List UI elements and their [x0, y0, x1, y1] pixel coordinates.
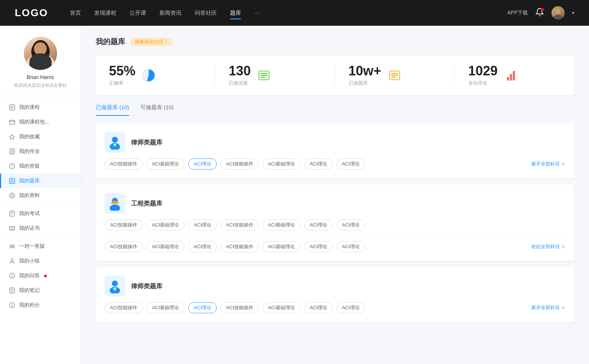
stat-rank-icon: [504, 68, 518, 83]
svg-rect-61: [111, 202, 119, 204]
stat-done-questions-value: 130: [229, 64, 251, 78]
stat-accuracy-icon: [141, 68, 156, 83]
bar-chart: [507, 70, 515, 81]
nav-more[interactable]: ···: [254, 8, 259, 18]
app-download[interactable]: APP下载: [507, 10, 528, 16]
nav-qa[interactable]: 问答社区: [195, 8, 217, 18]
pie-chart: [142, 69, 155, 82]
bank-tag-2-10[interactable]: ACI理论: [188, 241, 217, 252]
bank-tag-1-1[interactable]: ACI技能操作: [105, 158, 143, 169]
nav-bank[interactable]: 题库: [230, 8, 241, 18]
bank-card-2-divider: [105, 236, 565, 236]
trial-badge: 体验剩余23天！: [130, 38, 173, 46]
notification-bell[interactable]: [535, 8, 544, 18]
sidebar-item-exam-label: 我的考试: [19, 210, 40, 217]
bank-tag-1-4[interactable]: ACI技能操作: [221, 158, 259, 169]
nav-discover[interactable]: 发现课程: [94, 8, 116, 18]
bank-tag-2-5[interactable]: ACI基础理论: [262, 220, 301, 231]
tab-available[interactable]: 可做题库 (10): [140, 104, 174, 115]
bank-card-3-expand[interactable]: 展开全部科目 ∨: [531, 304, 565, 311]
bank-tag-3-4[interactable]: ACI技能操作: [221, 302, 259, 313]
bank-card-2-title: 工程类题库: [131, 199, 162, 208]
bank-tag-1-2[interactable]: ACI基础理论: [147, 158, 185, 169]
stat-rank-label: 全站排名: [468, 80, 498, 86]
bank-tag-2-1[interactable]: ACI技能操作: [105, 220, 143, 231]
bank-tag-1-3[interactable]: ACI理论: [188, 158, 217, 169]
sidebar-item-notes[interactable]: 我的笔记: [0, 283, 81, 298]
stat-rank: 1029 全站排名: [455, 64, 574, 86]
bank-card-3-tags: ACI技能操作 ACI基础理论 ACI理论 ACI技能操作 ACI基础理论 AC…: [105, 302, 565, 313]
bank-tag-3-5[interactable]: ACI基础理论: [262, 302, 301, 313]
sidebar-item-cert[interactable]: 我的证书: [0, 221, 81, 236]
sidebar-item-homework[interactable]: 我的作业: [0, 144, 81, 159]
avatar[interactable]: [551, 6, 565, 19]
bank-tag-2-9[interactable]: ACI基础理论: [147, 241, 185, 252]
stat-accuracy-value: 55%: [109, 64, 135, 78]
sidebar-item-favorites[interactable]: 我的收藏: [0, 129, 81, 144]
svg-point-11: [40, 53, 41, 54]
svg-point-5: [31, 46, 36, 57]
avatar-image: [551, 6, 565, 19]
avatar-placeholder: [24, 37, 57, 70]
bank-tag-2-8[interactable]: ACI技能操作: [105, 241, 143, 252]
svg-text:Q: Q: [11, 274, 13, 278]
points-icon: $: [9, 302, 15, 308]
bank-tag-3-1[interactable]: ACI技能操作: [105, 302, 143, 313]
bank-tag-3-2[interactable]: ACI基础理论: [147, 302, 185, 313]
bank-tag-3-3[interactable]: ACI理论: [188, 302, 217, 313]
sidebar-item-exam[interactable]: 我的考试: [0, 206, 81, 221]
sidebar-item-points[interactable]: $ 我的积分: [0, 298, 81, 313]
bank-tag-3-6[interactable]: ACI理论: [304, 302, 333, 313]
svg-point-37: [10, 245, 12, 247]
qa-icon: Q: [9, 272, 15, 279]
user-menu-chevron[interactable]: ▾: [572, 10, 574, 15]
bank-tag-3-7[interactable]: ACI理论: [336, 302, 365, 313]
sidebar-item-course[interactable]: 我的课程: [0, 100, 81, 115]
sidebar-item-group-label: 我的小组: [19, 258, 40, 264]
svg-rect-8: [38, 57, 43, 62]
oneone-icon: [9, 243, 15, 250]
tab-done[interactable]: 已做题库 (10): [96, 104, 129, 115]
bank-tag-1-5[interactable]: ACI基础理论: [262, 158, 301, 169]
bank-tag-2-12[interactable]: ACI基础理论: [262, 241, 301, 252]
bank-tag-1-6[interactable]: ACI理论: [304, 158, 333, 169]
sidebar-item-group[interactable]: 我的小组: [0, 254, 81, 268]
bank-tag-2-14[interactable]: ACI理论: [336, 241, 365, 252]
notification-dot: [541, 8, 544, 11]
bank-tag-2-7[interactable]: ACI理论: [336, 220, 365, 231]
sidebar-item-questions-label: 我的答疑: [19, 163, 40, 169]
svg-text:$: $: [11, 304, 13, 307]
note-icon: [9, 287, 15, 294]
stat-done-questions: 130 已做试题: [215, 64, 335, 86]
bank-card-1: 律师类题库 ACI技能操作 ACI基础理论 ACI理论 ACI技能操作 ACI基…: [96, 123, 574, 178]
bank-card-3-title: 律师类题库: [131, 282, 162, 290]
sidebar-item-oneone[interactable]: 一对一答疑: [0, 239, 81, 254]
sidebar-item-course-label: 我的课程: [19, 104, 40, 111]
bank-card-2-expand[interactable]: 收起全部科目 ∧: [531, 243, 565, 250]
bank-tag-2-11[interactable]: ACI技能操作: [221, 241, 259, 252]
nav-home[interactable]: 首页: [70, 8, 81, 18]
svg-point-64: [113, 287, 117, 291]
bank-tag-2-13[interactable]: ACI理论: [304, 241, 333, 252]
svg-marker-20: [10, 134, 15, 139]
nav-news[interactable]: 新闻资讯: [159, 8, 181, 18]
bank-card-3-icon: [105, 276, 125, 296]
nav-open-course[interactable]: 公开课: [130, 8, 146, 18]
sidebar-item-qa[interactable]: Q 我的问答: [0, 268, 81, 283]
star-icon: [9, 133, 15, 140]
bank-tag-1-7[interactable]: ACI理论: [336, 158, 365, 169]
bank-card-1-expand[interactable]: 展开全部科目 ∨: [531, 161, 565, 167]
svg-point-9: [37, 50, 39, 51]
cert-icon: [9, 225, 15, 232]
bank-tag-2-4[interactable]: ACI技能操作: [221, 220, 259, 231]
sidebar-item-bank[interactable]: 我的题库: [0, 174, 81, 188]
sidebar-item-package[interactable]: 我的课程包...: [0, 115, 81, 129]
profile-avatar: [24, 37, 57, 70]
bank-tag-2-6[interactable]: ACI理论: [304, 220, 333, 231]
bank-tag-2-2[interactable]: ACI基础理论: [147, 220, 185, 231]
svg-point-4: [34, 43, 47, 58]
sidebar-item-questions[interactable]: ? 我的答疑: [0, 159, 81, 174]
svg-point-60: [110, 204, 120, 211]
sidebar-item-data[interactable]: 我的资料: [0, 188, 81, 203]
bank-tag-2-3[interactable]: ACI理论: [188, 220, 217, 231]
